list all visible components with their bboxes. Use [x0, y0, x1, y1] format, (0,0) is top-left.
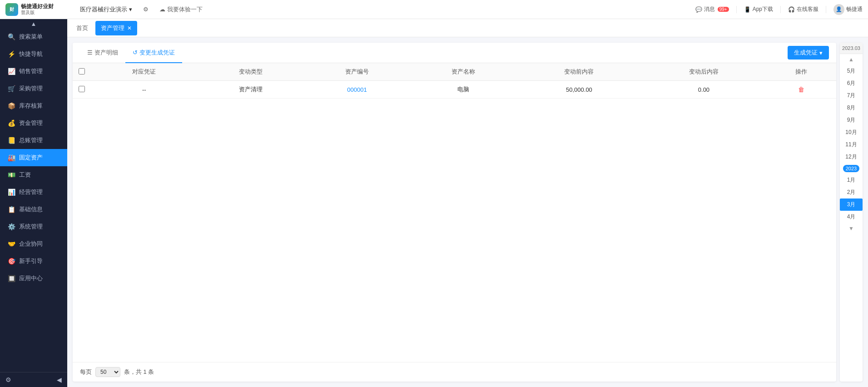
- cell-voucher-0: --: [91, 81, 197, 99]
- avatar: 👤: [833, 4, 844, 15]
- month-item-7月[interactable]: 7月: [840, 89, 863, 102]
- content-area: 首页 资产管理 ✕ ☰ 资产明细 ↺: [67, 19, 868, 387]
- cell-change-type-0: 资产清理: [197, 81, 303, 99]
- divider-1: [736, 6, 737, 13]
- logo-icon: 财: [5, 3, 18, 16]
- user-name: 畅捷通: [846, 5, 863, 13]
- logo-title: 畅捷通好业财: [21, 3, 54, 10]
- change-voucher-label: 变更生成凭证: [139, 49, 175, 57]
- sales-icon: 📈: [7, 67, 15, 75]
- basic-info-icon: 📋: [7, 205, 15, 213]
- sidebar-item-label-sales: 销售管理: [19, 67, 43, 75]
- sidebar-item-inventory[interactable]: 📦 库存核算: [0, 97, 67, 114]
- customer-service-label: 在线客服: [797, 5, 818, 13]
- user-icon: 👤: [836, 6, 842, 12]
- company-selector[interactable]: 医疗器械行业演示 ▾: [76, 4, 136, 15]
- experience-label: 我要体验一下: [167, 5, 203, 14]
- app-download-action[interactable]: 📱 App下载: [744, 5, 773, 13]
- sidebar-item-ledger[interactable]: 📒 总账管理: [0, 132, 67, 149]
- col-before: 变动前内容: [517, 63, 642, 81]
- panel-scroll-up-button[interactable]: ▲: [840, 54, 863, 65]
- tab-close-icon[interactable]: ✕: [127, 25, 132, 31]
- month-item-6月[interactable]: 6月: [840, 77, 863, 89]
- row-checkbox-cell-0[interactable]: [73, 81, 91, 99]
- month-item-9月[interactable]: 9月: [840, 114, 863, 126]
- settings-button[interactable]: ⚙: [139, 3, 152, 16]
- experience-button[interactable]: ☁ 我要体验一下: [156, 4, 206, 15]
- month-item-5月[interactable]: 5月: [840, 65, 863, 77]
- sidebar-item-quick-nav[interactable]: ⚡ 快捷导航: [0, 45, 67, 63]
- search-icon: 🔍: [7, 33, 15, 41]
- message-action[interactable]: 💬 消息 99+: [695, 5, 729, 13]
- user-action[interactable]: 👤 畅捷通: [833, 4, 863, 15]
- sidebar-item-search[interactable]: 🔍 搜索菜单: [0, 28, 67, 45]
- generate-voucher-button[interactable]: 生成凭证 ▾: [788, 46, 829, 60]
- fund-icon: 💰: [7, 119, 15, 127]
- data-table: 对应凭证 变动类型 资产编号 资产名称 变动前内容 变动后内容 操作: [73, 63, 836, 99]
- year-badge[interactable]: 2023: [843, 165, 859, 172]
- pagination: 每页 50100200 条，共 1 条: [73, 362, 836, 382]
- per-page-select[interactable]: 50100200: [95, 367, 120, 377]
- month-item-8月[interactable]: 8月: [840, 102, 863, 114]
- enterprise-icon: 🤝: [7, 240, 15, 248]
- sidebar-item-sales[interactable]: 📈 销售管理: [0, 63, 67, 80]
- select-all-checkbox[interactable]: [79, 68, 85, 74]
- inventory-icon: 📦: [7, 102, 15, 110]
- sidebar-item-app-center[interactable]: 🔲 应用中心: [0, 270, 67, 287]
- total-label: 条，共 1 条: [124, 368, 154, 376]
- tab-change-voucher[interactable]: ↺ 变更生成凭证: [125, 43, 182, 63]
- sidebar-item-payroll[interactable]: 💵 工资: [0, 166, 67, 184]
- sidebar-scroll-up[interactable]: ▲: [0, 19, 67, 28]
- asset-detail-label: 资产明细: [94, 49, 118, 57]
- main-layout: ▲ 🔍 搜索菜单 ⚡ 快捷导航 📈 销售管理 🛒 采购管理 📦 库存核算 💰 资…: [0, 19, 868, 387]
- delete-row-button-0[interactable]: 🗑: [798, 86, 804, 93]
- cell-action-0: 🗑: [766, 81, 836, 99]
- month-item-11月[interactable]: 11月: [840, 139, 863, 151]
- quick-nav-icon: ⚡: [7, 50, 15, 58]
- month-item-12月[interactable]: 12月: [840, 151, 863, 163]
- table-header: 对应凭证 变动类型 资产编号 资产名称 变动前内容 变动后内容 操作: [73, 63, 836, 81]
- fixed-assets-icon: 🏭: [7, 154, 15, 162]
- select-all-header[interactable]: [73, 63, 91, 81]
- month-item-3月[interactable]: 3月: [840, 198, 863, 211]
- table-wrapper: 对应凭证 变动类型 资产编号 资产名称 变动前内容 变动后内容 操作: [73, 63, 836, 362]
- cell-asset-name-0: 电脑: [410, 81, 516, 99]
- sidebar-item-purchase[interactable]: 🛒 采购管理: [0, 80, 67, 97]
- tab-asset-detail[interactable]: ☰ 资产明细: [80, 43, 125, 63]
- guide-icon: 🎯: [7, 257, 15, 265]
- table-row: -- 资产清理 000001 电脑 50,000.00 0.00 🗑: [73, 81, 836, 99]
- inner-tabs: ☰ 资产明细 ↺ 变更生成凭证: [73, 43, 780, 63]
- toolbar-area: 生成凭证 ▾: [780, 46, 836, 60]
- top-header: 财 畅捷通好业财 普及版 医疗器械行业演示 ▾ ⚙ ☁ 我要体验一下 💬 消息 …: [0, 0, 868, 19]
- sidebar-item-operations[interactable]: 📊 经营管理: [0, 184, 67, 201]
- sidebar-settings-button[interactable]: ⚙: [5, 376, 11, 383]
- sidebar-item-enterprise[interactable]: 🤝 企业协同: [0, 235, 67, 253]
- sidebar-item-basic-info[interactable]: 📋 基础信息: [0, 201, 67, 218]
- sidebar-collapse-button[interactable]: ◀: [57, 376, 62, 383]
- month-item-2月[interactable]: 2月: [840, 186, 863, 198]
- month-item-4月[interactable]: 4月: [840, 211, 863, 223]
- tab-asset-management[interactable]: 资产管理 ✕: [95, 21, 137, 35]
- app-download-label: App下载: [753, 5, 773, 13]
- customer-service-action[interactable]: 🎧 在线客服: [788, 5, 818, 13]
- sidebar-item-fund[interactable]: 💰 资金管理: [0, 114, 67, 132]
- sidebar-item-system[interactable]: ⚙️ 系统管理: [0, 218, 67, 235]
- sidebar-item-guide[interactable]: 🎯 新手引导: [0, 253, 67, 270]
- divider-2: [780, 6, 781, 13]
- header-right: 💬 消息 99+ 📱 App下载 🎧 在线客服 👤 畅捷通: [695, 4, 863, 15]
- panel-scroll-down-button[interactable]: ▼: [840, 223, 863, 234]
- row-checkbox-0[interactable]: [79, 86, 85, 92]
- cell-before-0: 50,000.00: [517, 81, 642, 99]
- chevron-up-icon: ▲: [31, 20, 37, 27]
- logo-area: 财 畅捷通好业财 普及版: [5, 3, 73, 16]
- tab-bar: 首页 资产管理 ✕: [67, 19, 868, 37]
- operations-icon: 📊: [7, 188, 15, 196]
- sidebar-items-container: 🔍 搜索菜单 ⚡ 快捷导航 📈 销售管理 🛒 采购管理 📦 库存核算 💰 资金管…: [0, 28, 67, 287]
- month-item-10月[interactable]: 10月: [840, 126, 863, 139]
- month-item-1月[interactable]: 1月: [840, 174, 863, 186]
- tab-home[interactable]: 首页: [71, 21, 94, 35]
- right-panel: 2023.03 ▲ 5月6月7月8月9月10月11月12月 2023 1月2月3…: [840, 43, 863, 382]
- asset-tab-label: 资产管理: [101, 24, 124, 32]
- col-after: 变动后内容: [641, 63, 766, 81]
- sidebar-item-fixed-assets[interactable]: 🏭 固定资产: [0, 149, 67, 166]
